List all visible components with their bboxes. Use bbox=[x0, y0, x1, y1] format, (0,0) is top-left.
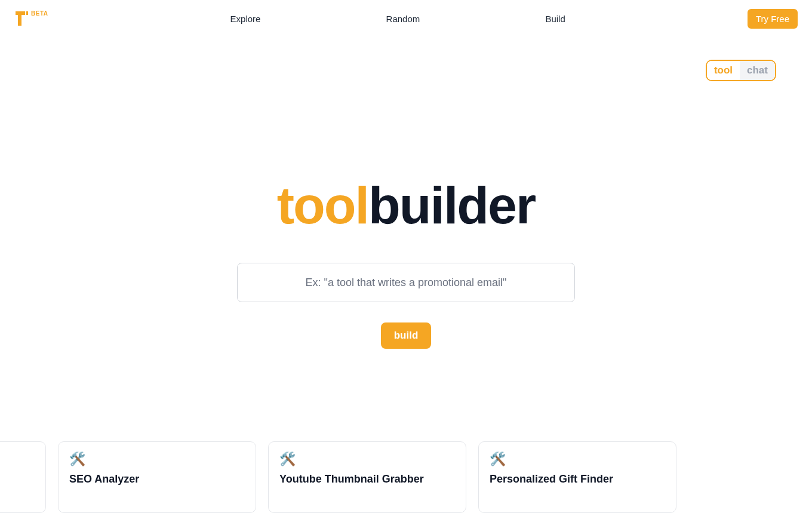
svg-rect-0 bbox=[26, 11, 28, 15]
tool-card[interactable]: 🛠️ SEO Analyzer bbox=[58, 441, 256, 513]
hero-title-part2: builder bbox=[368, 176, 535, 235]
hero-title-part1: tool bbox=[277, 176, 368, 235]
build-button[interactable]: build bbox=[381, 322, 432, 349]
logo-icon bbox=[14, 10, 29, 27]
tool-cards-row: 🛠️ ost Generator 🛠️ SEO Analyzer 🛠️ Yout… bbox=[0, 441, 676, 513]
tools-icon: 🛠️ bbox=[69, 451, 245, 467]
main-nav: Explore Random Build bbox=[48, 14, 747, 24]
logo[interactable]: BETA bbox=[14, 10, 48, 27]
header: BETA Explore Random Build Try Free bbox=[0, 0, 812, 37]
tool-card-title: SEO Analyzer bbox=[69, 473, 245, 486]
nav-explore[interactable]: Explore bbox=[230, 14, 261, 24]
hero-title: toolbuilder bbox=[0, 179, 812, 232]
tools-icon: 🛠️ bbox=[490, 451, 665, 467]
nav-build[interactable]: Build bbox=[545, 14, 565, 24]
tool-card[interactable]: 🛠️ ost Generator bbox=[0, 441, 46, 513]
hero-section: toolbuilder build bbox=[0, 179, 812, 349]
tool-card[interactable]: 🛠️ Personalized Gift Finder bbox=[478, 441, 676, 513]
toggle-tool[interactable]: tool bbox=[707, 61, 740, 80]
try-free-button[interactable]: Try Free bbox=[748, 9, 798, 29]
tools-icon: 🛠️ bbox=[0, 451, 35, 467]
beta-badge: BETA bbox=[31, 10, 48, 17]
tools-icon: 🛠️ bbox=[279, 451, 455, 467]
nav-random[interactable]: Random bbox=[386, 14, 420, 24]
toggle-chat[interactable]: chat bbox=[740, 61, 775, 80]
tool-card-title: Personalized Gift Finder bbox=[490, 473, 665, 486]
tool-card-title: ost Generator bbox=[0, 473, 35, 486]
prompt-input[interactable] bbox=[237, 263, 575, 302]
mode-toggle: tool chat bbox=[706, 60, 776, 81]
tool-card[interactable]: 🛠️ Youtube Thumbnail Grabber bbox=[268, 441, 466, 513]
tool-card-title: Youtube Thumbnail Grabber bbox=[279, 473, 455, 486]
